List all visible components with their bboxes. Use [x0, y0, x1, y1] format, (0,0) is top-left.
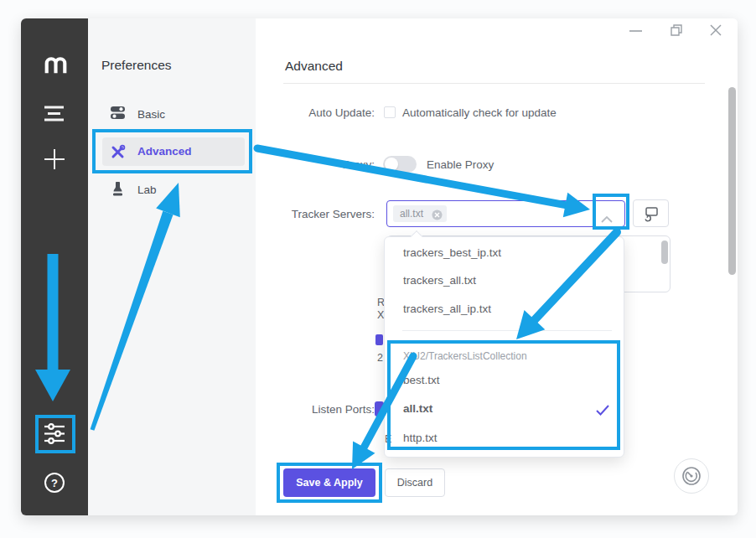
dropdown-divider — [402, 330, 612, 331]
clipped-control-fragment — [375, 401, 384, 416]
sidebar-item-label: Lab — [137, 184, 157, 196]
preferences-nav-panel — [88, 18, 256, 515]
auto-update-checkbox-label: Automatically check for update — [402, 106, 557, 119]
sync-trackers-button[interactable] — [633, 199, 669, 227]
minimize-icon[interactable] — [629, 25, 644, 37]
discard-button[interactable]: Discard — [385, 468, 445, 497]
check-icon — [596, 404, 609, 419]
chevron-up-icon[interactable] — [601, 211, 613, 226]
close-icon[interactable] — [709, 23, 722, 37]
tracker-servers-label: Tracker Servers: — [277, 208, 375, 220]
nav-panel-title: Preferences — [101, 58, 172, 73]
auto-update-label: Auto Update: — [277, 106, 375, 119]
sidebar-item-advanced[interactable]: Advanced — [102, 137, 245, 166]
selected-tag-label: all.txt — [400, 208, 423, 220]
toggle-knob — [385, 158, 398, 171]
clipped-checkbox-fragment — [375, 334, 383, 345]
dropdown-group-label: XIU2/TrackersListCollection — [403, 350, 527, 362]
proxy-toggle[interactable] — [383, 156, 417, 173]
tracker-dropdown-popup — [384, 236, 624, 458]
proxy-label: Proxy: — [277, 158, 375, 171]
add-task-icon[interactable] — [44, 148, 65, 170]
save-apply-button[interactable]: Save & Apply — [283, 468, 375, 497]
clipped-text-fragment: 2 — [377, 352, 383, 364]
gauge-icon — [681, 465, 702, 490]
lab-stamp-icon — [111, 181, 125, 201]
page-title: Advanced — [285, 59, 343, 74]
dropdown-item[interactable]: http.txt — [403, 432, 438, 444]
toggles-icon — [110, 105, 126, 124]
tools-icon — [110, 144, 126, 163]
dropdown-item[interactable]: best.txt — [403, 374, 440, 386]
sidebar-item-label: Basic — [137, 108, 165, 121]
tag-close-icon[interactable] — [432, 209, 443, 224]
help-icon[interactable]: ? — [44, 472, 65, 494]
listen-ports-label: Listen Ports: — [277, 403, 375, 416]
dropdown-item[interactable]: trackers_all_ip.txt — [403, 303, 491, 315]
sync-icon — [643, 205, 660, 225]
restore-icon[interactable] — [670, 23, 683, 37]
motrix-logo — [44, 54, 67, 74]
motrix-preferences-screen: ? Preferences Basic Advanced Lab Advance… — [0, 0, 756, 538]
textarea-scrollbar[interactable] — [661, 241, 668, 264]
dropdown-item[interactable]: trackers_all.txt — [403, 274, 476, 287]
tracker-servers-select[interactable]: all.txt — [386, 200, 625, 227]
dropdown-item-selected[interactable]: all.txt — [403, 402, 432, 415]
task-list-icon[interactable] — [43, 105, 66, 122]
main-scrollbar[interactable] — [728, 87, 736, 275]
proxy-toggle-label: Enable Proxy — [427, 158, 494, 171]
clipped-text-fragment: E — [385, 433, 391, 445]
sidebar-item-lab[interactable]: Lab — [100, 178, 244, 204]
speed-gauge-button[interactable] — [674, 458, 709, 494]
auto-update-checkbox[interactable] — [384, 106, 396, 118]
selected-tag: all.txt — [393, 205, 447, 222]
sidebar-item-label: Advanced — [137, 145, 192, 158]
title-divider — [283, 83, 705, 84]
sidebar-item-basic[interactable]: Basic — [100, 103, 244, 128]
svg-text:?: ? — [51, 477, 58, 489]
preferences-sliders-icon[interactable] — [44, 423, 65, 444]
dropdown-item[interactable]: trackers_best_ip.txt — [403, 246, 501, 259]
